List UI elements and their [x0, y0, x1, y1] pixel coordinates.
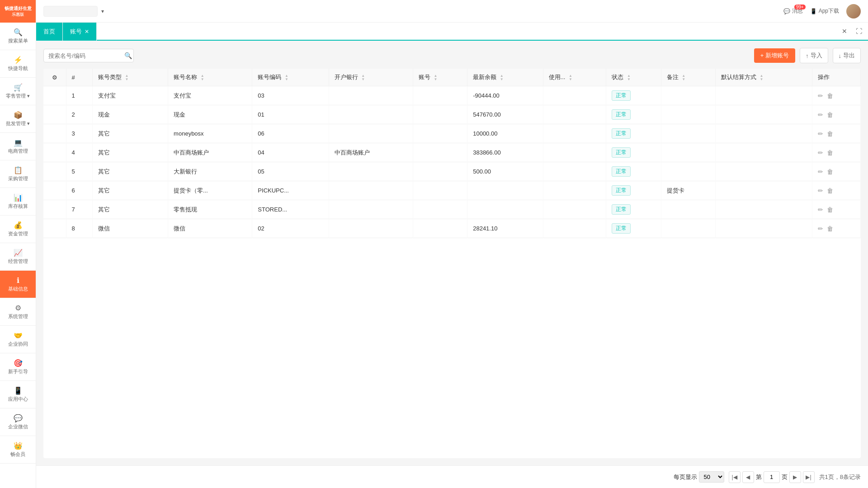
cell-settings-3[interactable]: [43, 143, 66, 162]
top-search-input[interactable]: [43, 6, 98, 17]
status-badge-7: 正常: [612, 223, 631, 234]
edit-icon-0[interactable]: ✏: [818, 92, 823, 99]
user-avatar[interactable]: [846, 4, 861, 19]
tab-1[interactable]: 账号 ✕: [63, 23, 97, 41]
per-page-label: 每页显示: [674, 473, 697, 481]
cell-remark-5: 提货卡: [661, 181, 715, 200]
sidebar-item-2[interactable]: 🛒 零售管理 ▾: [0, 78, 36, 105]
sidebar-item-15[interactable]: 👑 畅会员: [0, 436, 36, 464]
col-name[interactable]: 账号名称 ▲▼: [168, 69, 252, 86]
message-icon: 💬: [783, 8, 790, 14]
sidebar-item-6[interactable]: 📊 库存核算: [0, 188, 36, 216]
edit-icon-3[interactable]: ✏: [818, 149, 823, 156]
sidebar-item-12[interactable]: 🎯 新手引导: [0, 353, 36, 381]
sidebar-label-10: 系统管理: [2, 313, 34, 320]
last-page-button[interactable]: ▶|: [803, 471, 815, 483]
cell-remark-2: [661, 124, 715, 143]
col-remark[interactable]: 备注 ▲▼: [661, 69, 715, 86]
cell-default-settlement-6: [715, 200, 812, 219]
tab-bar: 首页 账号 ✕ ✕ ⛶: [36, 23, 868, 41]
sidebar-item-7[interactable]: 💰 资金管理: [0, 216, 36, 243]
sidebar-item-1[interactable]: ⚡ 快捷导航: [0, 50, 36, 78]
col-code[interactable]: 账号编码 ▲▼: [252, 69, 329, 86]
edit-icon-6[interactable]: ✏: [818, 206, 823, 213]
sidebar-item-0[interactable]: 🔍 搜索菜单: [0, 23, 36, 50]
sidebar-icon-13: 📱: [2, 386, 34, 395]
cell-code-7: 02: [252, 219, 329, 238]
table-row: 3 其它 moneybosx 06 10000.00 正常 ✏ 🗑: [43, 124, 861, 143]
cell-account-4: [413, 162, 467, 181]
search-input[interactable]: [48, 52, 124, 59]
col-balance[interactable]: 最新余额 ▲▼: [467, 69, 543, 86]
sidebar-item-13[interactable]: 📱 应用中心: [0, 381, 36, 408]
page-input[interactable]: [764, 471, 780, 483]
delete-icon-2[interactable]: 🗑: [827, 130, 833, 137]
delete-icon-0[interactable]: 🗑: [827, 92, 833, 99]
sidebar-item-14[interactable]: 💬 企业微信: [0, 408, 36, 436]
sidebar-item-3[interactable]: 📦 批发管理 ▾: [0, 105, 36, 133]
tab-close-all-button[interactable]: ✕: [839, 26, 850, 37]
import-button[interactable]: ↑ 导入: [800, 48, 828, 63]
col-default-settlement[interactable]: 默认结算方式 ▲▼: [715, 69, 812, 86]
cell-settings-1[interactable]: [43, 105, 66, 124]
sidebar-item-8[interactable]: 📈 经营管理: [0, 243, 36, 271]
cell-index-6: 7: [66, 200, 92, 219]
edit-icon-4[interactable]: ✏: [818, 168, 823, 175]
notification-button[interactable]: 💬 消息 99+: [783, 7, 803, 15]
cell-settings-2[interactable]: [43, 124, 66, 143]
top-dropdown[interactable]: ▾: [101, 8, 104, 14]
status-badge-2: 正常: [612, 128, 631, 139]
sidebar-label-1: 快捷导航: [2, 65, 34, 72]
col-usage[interactable]: 使用... ▲▼: [543, 69, 606, 86]
sidebar-item-5[interactable]: 📋 采购管理: [0, 160, 36, 188]
edit-icon-7[interactable]: ✏: [818, 225, 823, 232]
cell-settings-6[interactable]: [43, 200, 66, 219]
delete-icon-4[interactable]: 🗑: [827, 168, 833, 175]
first-page-button[interactable]: |◀: [729, 471, 741, 483]
delete-icon-5[interactable]: 🗑: [827, 187, 833, 194]
cell-settings-5[interactable]: [43, 181, 66, 200]
import-label: 导入: [811, 52, 822, 60]
tab-close-1[interactable]: ✕: [85, 28, 89, 35]
sidebar-item-9[interactable]: ℹ 基础信息: [0, 271, 36, 298]
cell-bank-5: [329, 181, 413, 200]
col-status[interactable]: 状态 ▲▼: [606, 69, 661, 86]
edit-icon-2[interactable]: ✏: [818, 130, 823, 137]
col-type[interactable]: 账号类型 ▲▼: [92, 69, 168, 86]
delete-icon-7[interactable]: 🗑: [827, 225, 833, 232]
edit-icon-5[interactable]: ✏: [818, 187, 823, 194]
cell-status-1: 正常: [606, 105, 661, 124]
sidebar-label-15: 畅会员: [2, 451, 34, 458]
delete-icon-6[interactable]: 🗑: [827, 206, 833, 213]
sidebar-item-10[interactable]: ⚙ 系统管理: [0, 298, 36, 326]
cell-settings-4[interactable]: [43, 162, 66, 181]
sidebar-item-4[interactable]: 💻 电商管理: [0, 133, 36, 160]
search-wrap: 🔍: [43, 49, 134, 62]
app-download-button[interactable]: 📱 App下载: [810, 7, 839, 15]
col-account[interactable]: 账号 ▲▼: [413, 69, 467, 86]
status-badge-1: 正常: [612, 109, 631, 120]
cell-status-5: 正常: [606, 181, 661, 200]
search-icon[interactable]: 🔍: [124, 52, 132, 59]
export-button[interactable]: ↓ 导出: [833, 48, 861, 63]
cell-remark-0: [661, 86, 715, 105]
cell-settings-7[interactable]: [43, 219, 66, 238]
table-row: 6 其它 提货卡（零... PICKUPC... 正常 提货卡 ✏ 🗑: [43, 181, 861, 200]
edit-icon-1[interactable]: ✏: [818, 111, 823, 118]
tab-0[interactable]: 首页: [36, 23, 63, 41]
cell-settings-0[interactable]: [43, 86, 66, 105]
next-page-button[interactable]: ▶: [789, 471, 801, 483]
cell-type-5: 其它: [92, 181, 168, 200]
delete-icon-3[interactable]: 🗑: [827, 149, 833, 156]
prev-page-button[interactable]: ◀: [742, 471, 754, 483]
cell-account-2: [413, 124, 467, 143]
tab-expand-button[interactable]: ⛶: [854, 26, 864, 37]
add-account-button[interactable]: + 新增账号: [754, 48, 795, 63]
sidebar-item-11[interactable]: 🤝 企业协同: [0, 326, 36, 353]
col-bank[interactable]: 开户银行 ▲▼: [329, 69, 413, 86]
cell-bank-1: [329, 105, 413, 124]
delete-icon-1[interactable]: 🗑: [827, 111, 833, 118]
col-settings[interactable]: ⚙: [43, 69, 66, 86]
per-page-dropdown[interactable]: 50 20 100: [699, 471, 724, 483]
content-area: 🔍 + 新增账号 ↑ 导入 ↓ 导出 ⚙: [36, 41, 868, 465]
